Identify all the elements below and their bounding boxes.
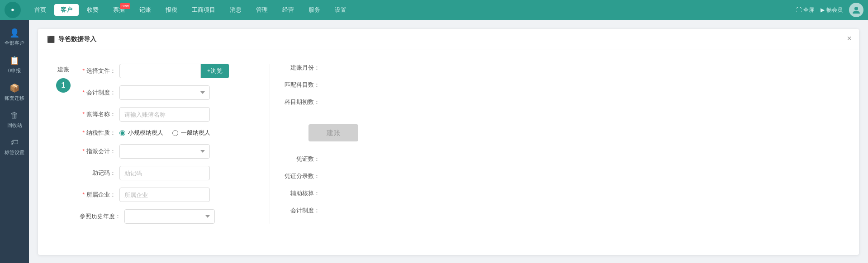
dialog-header: ⬛ 导爸数据导入 × [38, 29, 859, 50]
memo-code-input[interactable] [119, 166, 210, 180]
main-layout: 👤 全部客户 📋 0申报 📦 账套迁移 🗑 回收站 🏷 标签设置 ⬛ 导爸数据导… [0, 20, 868, 263]
top-navigation: 首页 客户 收费 票据 new 记账 报税 工商项目 消息 管理 经营 服务 设… [0, 0, 868, 20]
dialog-body: 建账 1 * 选择文件： +浏览 [38, 50, 859, 237]
file-label: * 选择文件： [80, 67, 116, 75]
accounting-system-select[interactable] [119, 85, 210, 100]
nav-item-fee[interactable]: 收费 [81, 4, 105, 16]
match-subject-label: 匹配科目数： [279, 81, 320, 89]
nav-right-area: ⛶ 全屏 ▶ 畅会员 [796, 3, 863, 17]
file-row: * 选择文件： +浏览 [80, 64, 251, 78]
app-logo[interactable] [5, 2, 21, 18]
build-account-button[interactable]: 建账 [308, 124, 358, 141]
nav-item-service[interactable]: 服务 [302, 4, 327, 16]
ledger-name-input[interactable] [119, 107, 210, 122]
fullscreen-button[interactable]: ⛶ 全屏 [796, 6, 814, 14]
sidebar-item-tag-settings[interactable]: 🏷 标签设置 [0, 133, 29, 160]
nav-item-bizproject[interactable]: 工商项目 [185, 4, 222, 16]
ledger-name-label: * 账簿名称： [80, 110, 116, 118]
tax-nature-label: * 纳税性质： [80, 129, 116, 137]
tag-icon: 🏷 [10, 138, 19, 147]
assign-accountant-select[interactable] [119, 144, 210, 159]
memo-code-label: 助记码： [80, 169, 116, 177]
form-grid: * 选择文件： +浏览 * 会计制度： [80, 64, 251, 224]
info-accounting-system-row: 会计制度： [279, 207, 387, 215]
build-month-label: 建账月份： [279, 64, 320, 72]
aux-accounting-row: 辅助核算： [279, 189, 387, 197]
subject-init-label: 科目期初数： [279, 98, 320, 106]
file-input-group: +浏览 [119, 64, 229, 78]
user-avatar[interactable] [849, 3, 863, 17]
dialog-panel: ⬛ 导爸数据导入 × 建账 1 * [38, 29, 859, 255]
assign-accountant-row: * 指派会计： [80, 144, 251, 159]
company-label: * 所属企业： [80, 191, 116, 199]
required-star: * [82, 67, 85, 74]
tax-general-radio[interactable] [172, 130, 178, 136]
migration-icon: 📦 [9, 83, 19, 93]
tax-nature-row: * 纳税性质： 小规模纳税人 一般纳税人 [80, 129, 251, 137]
new-badge: new [120, 3, 130, 9]
nav-item-operate[interactable]: 经营 [276, 4, 300, 16]
build-month-row: 建账月份： [279, 64, 387, 72]
tax-small-radio[interactable] [119, 130, 125, 136]
nav-item-settings[interactable]: 设置 [328, 4, 353, 16]
file-input-box [119, 64, 201, 78]
accounting-system-label: * 会计制度： [80, 89, 116, 97]
import-icon: ⬛ [47, 36, 55, 43]
dialog-title: 导爸数据导入 [58, 35, 96, 43]
info-accounting-system-label: 会计制度： [279, 207, 320, 215]
step-label: 建账 [57, 66, 69, 74]
tax-nature-radio-group: 小规模纳税人 一般纳税人 [119, 129, 210, 137]
svg-point-2 [854, 7, 858, 10]
close-button[interactable]: × [847, 34, 852, 42]
recycle-icon: 🗑 [10, 111, 19, 120]
declaration-icon: 📋 [9, 56, 19, 66]
nav-item-ledger[interactable]: 记账 [133, 4, 157, 16]
tax-general[interactable]: 一般纳税人 [172, 129, 210, 137]
nav-item-customer[interactable]: 客户 [54, 4, 79, 16]
nav-item-manage[interactable]: 管理 [250, 4, 274, 16]
subject-init-row: 科目期初数： [279, 98, 387, 106]
member-button[interactable]: ▶ 畅会员 [821, 6, 843, 14]
aux-accounting-label: 辅助核算： [279, 189, 320, 197]
svg-point-1 [12, 9, 14, 11]
customers-icon: 👤 [9, 28, 19, 38]
assign-accountant-label: * 指派会计： [80, 147, 116, 155]
tax-small-scale[interactable]: 小规模纳税人 [119, 129, 163, 137]
main-content: ⬛ 导爸数据导入 × 建账 1 * [29, 20, 868, 263]
nav-item-tax[interactable]: 报税 [159, 4, 184, 16]
history-year-select[interactable] [124, 209, 215, 224]
sidebar-item-declaration[interactable]: 📋 0申报 [0, 51, 29, 79]
sidebar-item-recycle[interactable]: 🗑 回收站 [0, 106, 29, 133]
match-subject-row: 匹配科目数： [279, 81, 387, 89]
nav-item-message[interactable]: 消息 [223, 4, 248, 16]
nav-menu: 首页 客户 收费 票据 new 记账 报税 工商项目 消息 管理 经营 服务 设… [28, 4, 796, 16]
info-section: 建账月份： 匹配科目数： 科目期初数： 建账 [270, 64, 387, 224]
voucher-records-label: 凭证分录数： [279, 172, 320, 180]
sidebar-item-account-migration[interactable]: 📦 账套迁移 [0, 79, 29, 106]
form-section: 建账 1 * 选择文件： +浏览 [56, 64, 251, 224]
history-year-label: 参照历史年度： [80, 212, 121, 221]
voucher-records-row: 凭证分录数： [279, 172, 387, 180]
sidebar-item-all-customers[interactable]: 👤 全部客户 [0, 23, 29, 51]
nav-item-home[interactable]: 首页 [28, 4, 52, 16]
sidebar: 👤 全部客户 📋 0申报 📦 账套迁移 🗑 回收站 🏷 标签设置 [0, 20, 29, 263]
browse-button[interactable]: +浏览 [201, 64, 229, 78]
fullscreen-icon: ⛶ [796, 7, 802, 13]
history-year-row: 参照历史年度： [80, 209, 251, 224]
step-badge: 1 [56, 78, 71, 93]
ledger-name-row: * 账簿名称： [80, 107, 251, 122]
company-input[interactable] [119, 188, 210, 202]
voucher-row: 凭证数： [279, 155, 387, 163]
nav-item-invoice[interactable]: 票据 new [107, 4, 131, 16]
accounting-system-row: * 会计制度： [80, 85, 251, 100]
voucher-label: 凭证数： [279, 155, 320, 163]
member-icon: ▶ [821, 7, 825, 13]
company-row: * 所属企业： [80, 188, 251, 202]
memo-code-row: 助记码： [80, 166, 251, 180]
